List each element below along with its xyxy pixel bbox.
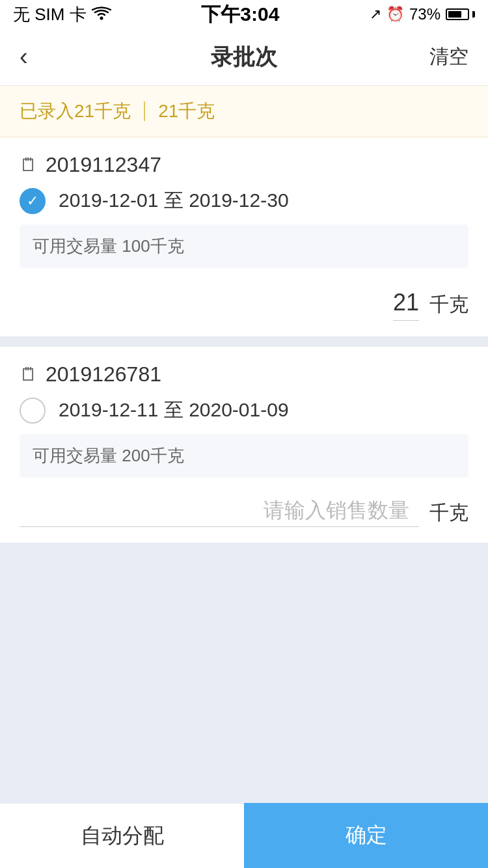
page-title: 录批次 <box>211 42 277 72</box>
batch-2-trade: 可用交易量 200千克 <box>20 434 468 478</box>
qty-input[interactable] <box>20 498 419 522</box>
batch-1-amount-row: 21 千克 <box>0 278 488 336</box>
input-underline <box>20 498 419 527</box>
batch-2-input-row: 千克 <box>0 488 488 543</box>
carrier-text: 无 SIM 卡 <box>13 3 87 26</box>
check-icon: ✓ <box>27 193 38 210</box>
info-amount: 21千克 <box>158 99 215 124</box>
batch-1-unit: 千克 <box>429 292 468 318</box>
location-icon: ↗ <box>370 6 381 23</box>
back-button[interactable]: ‹ <box>20 43 59 71</box>
batch-2-date-row[interactable]: 2019-12-11 至 2020-01-09 <box>0 392 488 429</box>
batch-1-radio[interactable]: ✓ <box>20 188 46 214</box>
battery-icon <box>446 8 475 20</box>
info-banner: 已录入21千克 21千克 <box>0 86 488 137</box>
batch-1-id: 2019112347 <box>46 153 161 177</box>
batch-1-header: 🗒 2019112347 <box>0 137 488 182</box>
status-left: 无 SIM 卡 <box>13 3 111 26</box>
batch-2-unit: 千克 <box>429 500 468 526</box>
battery-percent: 73% <box>409 5 441 23</box>
clear-button[interactable]: 清空 <box>429 44 468 70</box>
alarm-icon: ⏰ <box>386 6 404 23</box>
status-time: 下午3:04 <box>201 1 279 28</box>
info-divider <box>144 102 145 121</box>
confirm-button[interactable]: 确定 <box>244 803 488 868</box>
auto-distribute-button[interactable]: 自动分配 <box>0 803 244 868</box>
batch-1-trade: 可用交易量 100千克 <box>20 224 468 268</box>
empty-area <box>0 543 488 829</box>
batch-2-header: 🗒 2019126781 <box>0 347 488 392</box>
batch-item-1: 🗒 2019112347 ✓ 2019-12-01 至 2019-12-30 可… <box>0 137 488 336</box>
section-divider <box>0 336 488 347</box>
batch-1-date: 2019-12-01 至 2019-12-30 <box>59 187 289 214</box>
nav-bar: ‹ 录批次 清空 <box>0 29 488 86</box>
status-right: ↗ ⏰ 73% <box>370 5 475 23</box>
batch-1-amount: 21 <box>393 289 419 316</box>
recorded-text: 已录入21千克 <box>20 99 131 124</box>
batch-2-date: 2019-12-11 至 2020-01-09 <box>59 397 289 424</box>
batch-2-radio[interactable] <box>20 398 46 424</box>
svg-point-0 <box>100 16 103 20</box>
status-bar: 无 SIM 卡 下午3:04 ↗ ⏰ 73% <box>0 0 488 29</box>
batch-2-icon: 🗒 <box>20 364 38 385</box>
bottom-bar: 自动分配 确定 <box>0 803 488 868</box>
wifi-icon <box>92 5 111 25</box>
batch-1-date-row[interactable]: ✓ 2019-12-01 至 2019-12-30 <box>0 182 488 219</box>
batch-1-icon: 🗒 <box>20 154 38 176</box>
amount-underline-wrap: 21 <box>393 289 419 321</box>
batch-2-id: 2019126781 <box>46 362 161 387</box>
batch-item-2: 🗒 2019126781 2019-12-11 至 2020-01-09 可用交… <box>0 347 488 543</box>
